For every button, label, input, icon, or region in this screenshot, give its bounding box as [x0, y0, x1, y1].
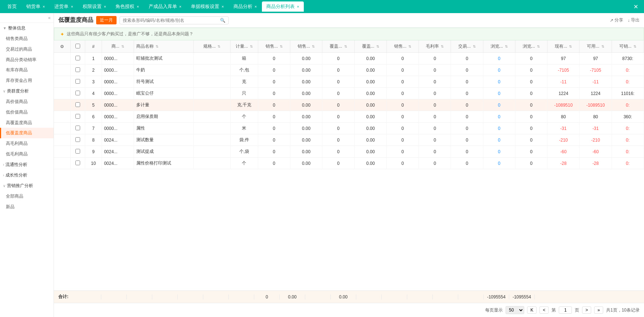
cell-view1[interactable]: 0 — [483, 99, 515, 111]
row-checkbox[interactable] — [75, 126, 80, 130]
cell-view1[interactable]: 0 — [483, 158, 515, 169]
sidebar-section-marketing[interactable]: ∨ 营销推广分析 — [0, 181, 54, 191]
last-page-button[interactable]: » — [594, 306, 603, 314]
col-view1-header[interactable]: 浏览... ⇅ — [483, 40, 515, 53]
sidebar-item-traded-goods[interactable]: 交易过的商品 — [0, 44, 54, 55]
window-close-button[interactable]: ✕ — [631, 3, 641, 10]
page-input[interactable] — [559, 306, 572, 314]
col-sales-amt-header[interactable]: 销售... ⇅ — [290, 40, 322, 53]
col-sales3-header[interactable]: 销售... ⇅ — [386, 40, 419, 53]
sidebar-item-new-goods[interactable]: 新品 — [0, 202, 54, 212]
footer-stock2: -1095554 — [509, 294, 535, 300]
next-page-button[interactable]: > — [582, 306, 591, 314]
sidebar-item-high-margin[interactable]: 高毛利商品 — [0, 138, 54, 149]
row-checkbox[interactable] — [75, 149, 80, 154]
cell-view1[interactable]: 0 — [483, 134, 515, 146]
row-checkbox[interactable] — [75, 114, 80, 119]
sidebar-item-sales-goods[interactable]: 销售类商品 — [0, 33, 54, 44]
sidebar-item-category-rate[interactable]: 商品分类动销率 — [0, 55, 54, 65]
cell-check[interactable] — [70, 76, 85, 88]
nav-tab-7-close[interactable]: × — [255, 4, 257, 9]
sidebar-section-richness[interactable]: ∨ 类群度分析 — [0, 86, 54, 96]
row-checkbox[interactable] — [75, 102, 80, 107]
cell-view1[interactable]: 0 — [483, 88, 515, 99]
time-filter-button[interactable]: 近一月 — [96, 16, 117, 24]
search-box[interactable]: 🔍 — [119, 16, 229, 24]
nav-tab-5-close[interactable]: × — [179, 4, 181, 9]
sidebar-item-low-coverage[interactable]: 低覆盖度商品 — [0, 128, 54, 138]
sidebar-item-all-goods[interactable]: 全部商品 — [0, 191, 54, 202]
cell-view1[interactable]: 0 — [483, 111, 515, 123]
col-name-header[interactable]: 商品名称 ⇅ — [134, 40, 193, 53]
nav-tab-6-close[interactable]: × — [221, 4, 224, 9]
cell-view1[interactable]: 0 — [483, 53, 515, 64]
col-code-header[interactable]: 商... ⇅ — [102, 40, 134, 53]
prev-page-button[interactable]: < — [539, 306, 549, 314]
cell-check[interactable] — [70, 134, 85, 146]
select-all-checkbox[interactable] — [75, 44, 80, 48]
sidebar-item-in-stock[interactable]: 有库存商品 — [0, 65, 54, 75]
nav-tab-4-close[interactable]: × — [137, 4, 139, 9]
row-checkbox[interactable] — [75, 79, 80, 84]
nav-tab-8-close[interactable]: × — [297, 4, 299, 9]
row-checkbox[interactable] — [75, 67, 80, 72]
cell-view1[interactable]: 0 — [483, 146, 515, 158]
nav-tab-6[interactable]: 单据模板设置 × — [186, 1, 228, 12]
nav-tab-home[interactable]: 首页 — [3, 1, 21, 12]
col-view2-header[interactable]: 浏览... ⇅ — [515, 40, 547, 53]
sidebar-item-stock-capital[interactable]: 库存资金占用 — [0, 75, 54, 86]
cell-check[interactable] — [70, 64, 85, 76]
sidebar-item-high-coverage[interactable]: 高覆盖度商品 — [0, 118, 54, 128]
cell-stock1: -31 — [547, 123, 580, 134]
cell-check[interactable] — [70, 111, 85, 123]
cell-view1[interactable]: 0 — [483, 123, 515, 134]
nav-tab-3-close[interactable]: × — [104, 4, 106, 9]
col-cover1-header[interactable]: 覆盖... ⇅ — [322, 40, 354, 53]
nav-tab-4[interactable]: 角色授权 × — [111, 1, 143, 12]
col-cover2-header[interactable]: 覆盖... ⇅ — [354, 40, 386, 53]
col-stock2-header[interactable]: 可用... ⇅ — [580, 40, 612, 53]
search-input[interactable] — [123, 18, 219, 23]
nav-tab-2-close[interactable]: × — [71, 4, 73, 9]
sidebar-item-low-margin[interactable]: 低毛利商品 — [0, 149, 54, 159]
cell-check[interactable] — [70, 99, 85, 111]
nav-tab-8[interactable]: 商品分析列表 × — [262, 1, 303, 12]
row-checkbox[interactable] — [75, 91, 80, 95]
export-button[interactable]: ↓ 导出 — [628, 17, 640, 23]
share-button[interactable]: ↗ 分享 — [610, 17, 623, 23]
col-spec-header[interactable]: 规格... ⇅ — [193, 40, 230, 53]
page-size-select[interactable]: 50 100 200 — [506, 306, 524, 314]
first-page-button[interactable]: K — [527, 306, 537, 314]
col-margin-header[interactable]: 毛利率 ⇅ — [419, 40, 451, 53]
row-checkbox[interactable] — [75, 137, 80, 142]
sidebar-item-low-value[interactable]: 低价值商品 — [0, 107, 54, 118]
cell-check[interactable] — [70, 53, 85, 64]
col-trade-header[interactable]: 交易... ⇅ — [451, 40, 483, 53]
cell-check[interactable] — [70, 123, 85, 134]
nav-tab-2[interactable]: 进货单 × — [50, 1, 77, 12]
cell-check[interactable] — [70, 88, 85, 99]
sidebar-section-flow[interactable]: › 流通性分析 — [0, 159, 54, 170]
nav-tab-1[interactable]: 销货单 × — [22, 1, 49, 12]
nav-tab-5[interactable]: 产成品入库单 × — [144, 1, 186, 12]
sidebar-item-high-value[interactable]: 高价值商品 — [0, 96, 54, 107]
nav-tab-7[interactable]: 商品分析 × — [229, 1, 261, 12]
table-container[interactable]: ⚙ # 商... ⇅ 商品名称 ⇅ 规格... ⇅ 计量... ⇅ 销售... … — [54, 40, 644, 290]
col-settings[interactable]: ⚙ — [54, 40, 70, 53]
sidebar-section-overall[interactable]: ▼ 整体信息 — [0, 23, 54, 33]
row-checkbox[interactable] — [75, 56, 80, 60]
nav-tab-1-close[interactable]: × — [43, 4, 45, 9]
col-sales-qty-header[interactable]: 销售... ⇅ — [258, 40, 290, 53]
col-unit-header[interactable]: 计量... ⇅ — [230, 40, 258, 53]
cell-check[interactable] — [70, 146, 85, 158]
cell-view1[interactable]: 0 — [483, 64, 515, 76]
cell-check[interactable] — [70, 158, 85, 169]
row-checkbox[interactable] — [75, 161, 80, 165]
sidebar-collapse-button[interactable]: « — [0, 13, 54, 23]
col-stock1-header[interactable]: 现有... ⇅ — [547, 40, 580, 53]
sidebar-section-growth[interactable]: › 成长性分析 — [0, 170, 54, 181]
col-check[interactable] — [70, 40, 85, 53]
cell-view1[interactable]: 0 — [483, 76, 515, 88]
col-stock3-header[interactable]: 可销... ⇅ — [612, 40, 644, 53]
nav-tab-3[interactable]: 权限设置 × — [78, 1, 110, 12]
